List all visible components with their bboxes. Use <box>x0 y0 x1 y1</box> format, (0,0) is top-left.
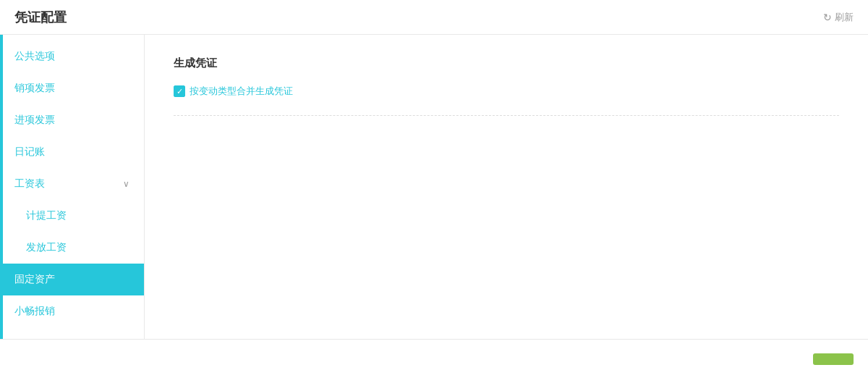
sidebar-accent <box>0 35 3 339</box>
checkbox-wrap[interactable]: 按变动类型合并生成凭证 <box>174 85 293 98</box>
sidebar-item-label-payroll: 工资表 <box>14 177 45 190</box>
page-title: 凭证配置 <box>14 9 67 26</box>
sidebar-item-fixed-assets[interactable]: 固定资产 <box>0 264 144 295</box>
checkbox-merge[interactable] <box>174 85 185 97</box>
sidebar-item-calc-salary[interactable]: 计提工资 <box>0 200 144 232</box>
sidebar-item-public-options[interactable]: 公共选项 <box>0 41 144 72</box>
chevron-down-icon: ∨ <box>123 179 129 189</box>
sidebar-item-label-calc-salary: 计提工资 <box>26 209 67 222</box>
section-divider <box>174 115 839 116</box>
refresh-button[interactable]: ↻ 刷新 <box>823 11 854 24</box>
page-header: 凭证配置 ↻ 刷新 <box>0 0 868 35</box>
content-area: 生成凭证 按变动类型合并生成凭证 <box>145 35 868 339</box>
sidebar-item-label-fixed-assets: 固定资产 <box>14 273 55 286</box>
sidebar: 公共选项销项发票进项发票日记账工资表∨计提工资发放工资固定资产小畅报销 <box>0 35 145 339</box>
sidebar-item-label-purchase-invoice: 进项发票 <box>14 114 55 127</box>
sidebar-item-expense-claim[interactable]: 小畅报销 <box>0 295 144 327</box>
sidebar-item-payroll[interactable]: 工资表∨ <box>0 168 144 200</box>
checkbox-label: 按变动类型合并生成凭证 <box>190 85 293 98</box>
sidebar-item-journal[interactable]: 日记账 <box>0 136 144 168</box>
sidebar-item-label-sales-invoice: 销项发票 <box>14 82 55 95</box>
checkbox-row: 按变动类型合并生成凭证 <box>174 85 839 98</box>
section-title: 生成凭证 <box>174 56 839 70</box>
main-content: 公共选项销项发票进项发票日记账工资表∨计提工资发放工资固定资产小畅报销 生成凭证… <box>0 35 868 339</box>
sidebar-item-purchase-invoice[interactable]: 进项发票 <box>0 104 144 136</box>
sidebar-item-label-public-options: 公共选项 <box>14 50 55 63</box>
refresh-icon: ↻ <box>823 12 832 23</box>
sidebar-item-sales-invoice[interactable]: 销项发票 <box>0 72 144 104</box>
sidebar-item-label-journal: 日记账 <box>14 146 45 159</box>
save-button[interactable] <box>813 353 854 365</box>
sidebar-item-pay-salary[interactable]: 发放工资 <box>0 232 144 264</box>
sidebar-item-label-pay-salary: 发放工资 <box>26 241 67 254</box>
page-footer <box>0 339 868 378</box>
refresh-label: 刷新 <box>835 11 854 24</box>
sidebar-item-label-expense-claim: 小畅报销 <box>14 305 55 318</box>
